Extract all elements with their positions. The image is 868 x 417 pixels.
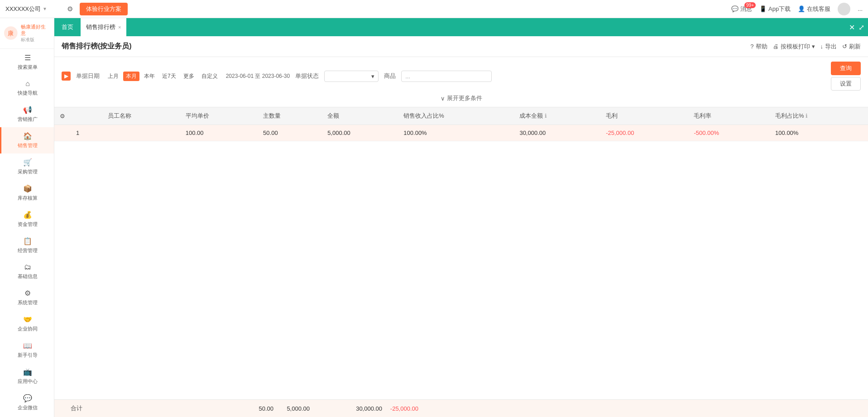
sidebar-quicknav-label: 快捷导航 bbox=[18, 90, 38, 96]
content-area: 首页 销售排行榜 × ✕ ⤢ 销售排行榜(按业务员) ? 帮助 bbox=[54, 18, 868, 417]
footer-gross: -25,000.00 bbox=[386, 405, 422, 412]
sidebar: 康 畅康通好生意 标准版 ☰ 搜索菜单 ⌂ 快捷导航 📢 营销推广 🏠 销售管理… bbox=[0, 18, 54, 417]
sidebar-purchase-label: 采购管理 bbox=[18, 168, 38, 175]
period-last-month[interactable]: 上月 bbox=[105, 72, 121, 81]
cost-help-icon[interactable]: ℹ bbox=[545, 113, 547, 119]
print-btn[interactable]: 🖨 按模板打印 ▾ bbox=[773, 43, 815, 51]
period-this-year[interactable]: 本年 bbox=[141, 72, 158, 81]
footer-main-qty: 50.00 bbox=[241, 405, 277, 412]
online-service-btn[interactable]: 👤 在线客服 bbox=[798, 5, 830, 13]
tab-home[interactable]: 首页 bbox=[54, 18, 81, 36]
tab-bar: 首页 销售排行榜 × ✕ ⤢ bbox=[54, 18, 868, 36]
col-rank bbox=[71, 107, 102, 125]
sidebar-item-app-center[interactable]: 📺 应用中心 bbox=[0, 363, 54, 389]
filter-toggle-btn[interactable]: ▶ bbox=[62, 72, 71, 81]
message-badge: 99+ bbox=[744, 2, 756, 8]
sidebar-operations-label: 经营管理 bbox=[18, 247, 38, 254]
sidebar-item-new-guide[interactable]: 📖 新手引导 bbox=[0, 337, 54, 363]
row-gross-pct: 100.00% bbox=[770, 125, 868, 141]
refresh-btn[interactable]: ↺ 刷新 bbox=[842, 43, 861, 51]
footer-total: 5,000.00 bbox=[277, 405, 313, 412]
date-label: 单据日期 bbox=[76, 72, 100, 80]
sidebar-item-search[interactable]: ☰ 搜索菜单 bbox=[0, 49, 54, 75]
sidebar-inventory-label: 库存核算 bbox=[18, 195, 38, 201]
expand-conditions-btn[interactable]: ∨ 展开更多条件 bbox=[441, 94, 482, 102]
inventory-icon: 📦 bbox=[23, 184, 32, 193]
sidebar-basicinfo-label: 基础信息 bbox=[18, 273, 38, 280]
main-layout: 康 畅康通好生意 标准版 ☰ 搜索菜单 ⌂ 快捷导航 📢 营销推广 🏠 销售管理… bbox=[0, 18, 868, 417]
tab-sales-ranking[interactable]: 销售排行榜 × bbox=[81, 18, 126, 36]
period-buttons: 上月 本月 本年 近7天 更多 自定义 bbox=[105, 72, 221, 81]
new-guide-icon: 📖 bbox=[23, 341, 32, 350]
print-icon: 🖨 bbox=[773, 43, 779, 50]
table-settings-btn[interactable]: 设置 bbox=[831, 77, 861, 91]
print-chevron: ▾ bbox=[812, 43, 815, 50]
window-expand-btn[interactable]: ⤢ bbox=[858, 23, 864, 32]
period-custom[interactable]: 自定义 bbox=[199, 72, 221, 81]
finance-icon: 💰 bbox=[23, 211, 32, 219]
export-btn[interactable]: ↓ 导出 bbox=[820, 43, 837, 51]
company-selector[interactable]: XXXXXX公司 ▼ bbox=[5, 5, 60, 13]
sidebar-item-operations[interactable]: 📋 经营管理 bbox=[0, 232, 54, 259]
logo-sub: 标准版 bbox=[21, 37, 50, 43]
help-btn[interactable]: ? 帮助 bbox=[750, 43, 767, 51]
status-select[interactable]: ▾ bbox=[324, 71, 379, 82]
tab-close-btn[interactable]: × bbox=[118, 24, 121, 30]
sidebar-item-basic-info[interactable]: 🗂 基础信息 bbox=[0, 259, 54, 284]
trial-button[interactable]: 体验行业方案 bbox=[80, 3, 128, 15]
sidebar-item-inventory[interactable]: 📦 库存核算 bbox=[0, 180, 54, 206]
sidebar-system-label: 系统管理 bbox=[18, 299, 38, 306]
period-more[interactable]: 更多 bbox=[181, 72, 197, 81]
sidebar-item-system[interactable]: ⚙ 系统管理 bbox=[0, 284, 54, 311]
table-row: 1 100.00 50.00 5,000.00 100.00% 30,000.0… bbox=[54, 125, 868, 141]
period-7days[interactable]: 近7天 bbox=[159, 72, 179, 81]
sidebar-item-enterprise-wechat[interactable]: 💬 企业微信 bbox=[0, 389, 54, 416]
sidebar-item-finance[interactable]: 💰 资金管理 bbox=[0, 206, 54, 232]
col-employee: 员工名称 bbox=[102, 107, 180, 125]
sidebar-item-enterprise-collab[interactable]: 🤝 企业协同 bbox=[0, 311, 54, 337]
query-btn[interactable]: 查询 bbox=[831, 62, 861, 75]
expand-row: ∨ 展开更多条件 bbox=[62, 94, 861, 102]
settings-icon-btn[interactable]: ⚙ bbox=[63, 3, 76, 15]
status-chevron: ▾ bbox=[371, 73, 374, 80]
sidebar-item-purchase[interactable]: 🛒 采购管理 bbox=[0, 153, 54, 180]
page-title: 销售排行榜(按业务员) bbox=[62, 42, 132, 51]
row-cost: 30,000.00 bbox=[514, 125, 600, 141]
status-label: 单据状态 bbox=[295, 72, 319, 80]
sidebar-guide-label: 新手引导 bbox=[18, 352, 38, 359]
period-this-month[interactable]: 本月 bbox=[123, 72, 139, 81]
col-avg-price: 平均单价 bbox=[180, 107, 258, 125]
col-cost: 成本全额 ℹ bbox=[514, 107, 600, 125]
grosspct-help-icon[interactable]: ℹ bbox=[806, 113, 808, 119]
avatar[interactable] bbox=[838, 3, 850, 15]
refresh-icon: ↺ bbox=[842, 43, 847, 50]
sidebar-sales-label: 销售管理 bbox=[18, 142, 38, 149]
sidebar-finance-label: 资金管理 bbox=[18, 221, 38, 228]
row-total: 5,000.00 bbox=[322, 125, 398, 141]
goods-select[interactable]: ... bbox=[401, 71, 492, 82]
footer-label: 合计 bbox=[60, 404, 168, 412]
sidebar-item-sales[interactable]: 🏠 销售管理 bbox=[0, 127, 54, 153]
top-bar: XXXXXX公司 ▼ ⚙ 体验行业方案 💬 消息 99+ 📱 App下载 👤 在… bbox=[0, 0, 868, 18]
sales-ranking-table: ⚙ 员工名称 平均单价 主数量 全额 销售收入占比% 成本全额 ℹ 毛利 bbox=[54, 107, 868, 141]
message-btn[interactable]: 💬 消息 99+ bbox=[731, 5, 752, 13]
purchase-icon: 🛒 bbox=[23, 158, 32, 167]
sidebar-item-marketing[interactable]: 📢 营销推广 bbox=[0, 101, 54, 127]
table-footer: 合计 50.00 5,000.00 30,000.00 -25,000.00 bbox=[54, 399, 868, 417]
col-gross-pct: 毛利占比% ℹ bbox=[770, 107, 868, 125]
sales-icon: 🏠 bbox=[23, 132, 32, 140]
top-right-area: 💬 消息 99+ 📱 App下载 👤 在线客服 ... bbox=[731, 3, 863, 15]
logo-text: 畅康通好生意 bbox=[21, 24, 50, 37]
basicinfo-icon: 🗂 bbox=[24, 263, 31, 271]
window-close-btn[interactable]: ✕ bbox=[849, 23, 855, 32]
sidebar-item-quick-nav[interactable]: ⌂ 快捷导航 bbox=[0, 75, 54, 101]
app-download-btn[interactable]: 📱 App下载 bbox=[759, 5, 791, 13]
sidebar-item-member[interactable]: V 畅会员 bbox=[0, 416, 54, 417]
message-icon: 💬 bbox=[731, 5, 739, 12]
col-settings[interactable]: ⚙ bbox=[54, 107, 71, 125]
page-header: 销售排行榜(按业务员) ? 帮助 🖨 按模板打印 ▾ ↓ 导出 bbox=[54, 36, 868, 57]
col-main-qty: 主数量 bbox=[258, 107, 322, 125]
company-name: XXXXXX公司 bbox=[5, 5, 41, 13]
col-gross-rate: 毛利率 bbox=[688, 107, 770, 125]
col-sales-pct: 销售收入占比% bbox=[398, 107, 514, 125]
